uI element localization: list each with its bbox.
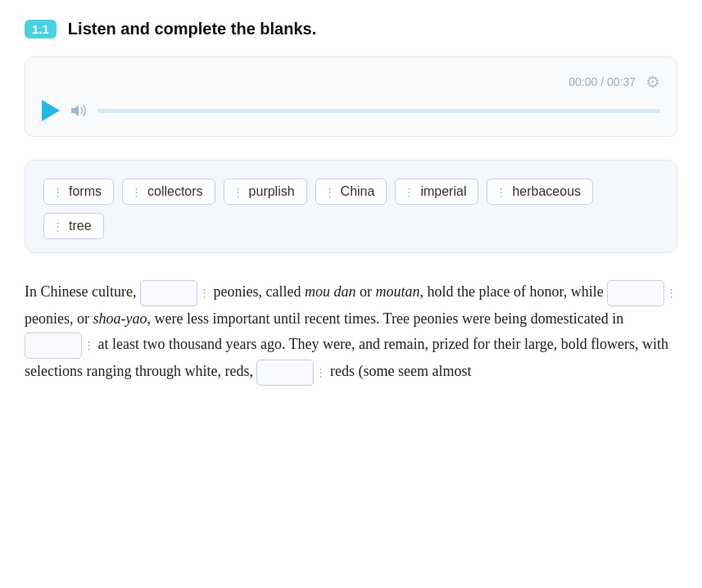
chip-tree[interactable]: ⋮ tree: [43, 213, 104, 239]
chip-handle-forms: ⋮: [52, 186, 64, 198]
chip-label-herbaceous: herbaceous: [512, 184, 581, 199]
blank-2-input[interactable]: [607, 280, 664, 306]
chip-label-purplish: purplish: [249, 184, 295, 199]
passage-text-1: In Chinese culture,: [25, 283, 140, 300]
audio-top: 00:00 / 00:37 ⚙: [42, 72, 660, 92]
play-button[interactable]: [42, 100, 60, 121]
audio-player: 00:00 / 00:37 ⚙: [25, 57, 677, 137]
chip-label-imperial: imperial: [420, 184, 466, 199]
svg-marker-0: [71, 105, 79, 116]
passage-text-2: peonies, called mou dan or moutan, hold …: [213, 283, 607, 300]
time-separator: /: [600, 75, 607, 88]
chip-label-china: China: [341, 184, 375, 199]
audio-controls: [42, 100, 660, 121]
blank-4-container: ⋮: [256, 360, 326, 386]
chip-handle-tree: ⋮: [52, 220, 64, 233]
chip-herbaceous[interactable]: ⋮ herbaceous: [487, 179, 593, 205]
blank-3-container: ⋮: [25, 332, 94, 359]
chip-china[interactable]: ⋮ China: [315, 179, 387, 205]
chip-imperial[interactable]: ⋮ imperial: [395, 179, 478, 205]
blank-4-handle: ⋮: [315, 364, 326, 382]
chip-handle-purplish: ⋮: [233, 186, 244, 198]
chip-collectors[interactable]: ⋮ collectors: [122, 179, 215, 205]
progress-bar[interactable]: [97, 109, 660, 113]
current-time: 00:00: [568, 75, 597, 88]
chip-handle-imperial: ⋮: [404, 186, 415, 198]
chip-purplish[interactable]: ⋮ purplish: [224, 179, 307, 205]
passage: In Chinese culture, ⋮ peonies, called mo…: [25, 279, 677, 386]
section-number: 1.1: [25, 20, 57, 38]
blank-3-input[interactable]: [25, 332, 82, 359]
blank-1-handle: ⋮: [199, 284, 210, 303]
passage-text-5: reds (some seem almost: [330, 363, 471, 379]
gear-icon[interactable]: ⚙: [645, 72, 660, 92]
section-title: Listen and complete the blanks.: [68, 20, 316, 38]
blank-1-input[interactable]: [140, 280, 197, 306]
blank-4-input[interactable]: [256, 360, 314, 386]
chip-label-collectors: collectors: [147, 184, 203, 199]
passage-text-3: peonies, or shoa-yao, were less importan…: [25, 310, 623, 327]
word-bank: ⋮ forms ⋮ collectors ⋮ purplish ⋮ China …: [25, 160, 677, 253]
blank-1-container: ⋮: [140, 280, 210, 306]
chip-handle-collectors: ⋮: [131, 186, 143, 198]
chip-handle-herbaceous: ⋮: [496, 186, 507, 198]
chip-handle-china: ⋮: [324, 186, 336, 198]
chip-forms[interactable]: ⋮ forms: [43, 179, 114, 205]
audio-time: 00:00 / 00:37: [568, 75, 636, 88]
blank-2-container: ⋮: [607, 280, 677, 306]
section-header: 1.1 Listen and complete the blanks.: [25, 20, 677, 38]
blank-2-handle: ⋮: [666, 284, 677, 303]
chip-label-tree: tree: [69, 219, 92, 233]
total-time: 00:37: [607, 75, 636, 88]
blank-3-handle: ⋮: [84, 337, 94, 355]
chip-label-forms: forms: [69, 184, 102, 199]
volume-icon[interactable]: [70, 103, 88, 118]
